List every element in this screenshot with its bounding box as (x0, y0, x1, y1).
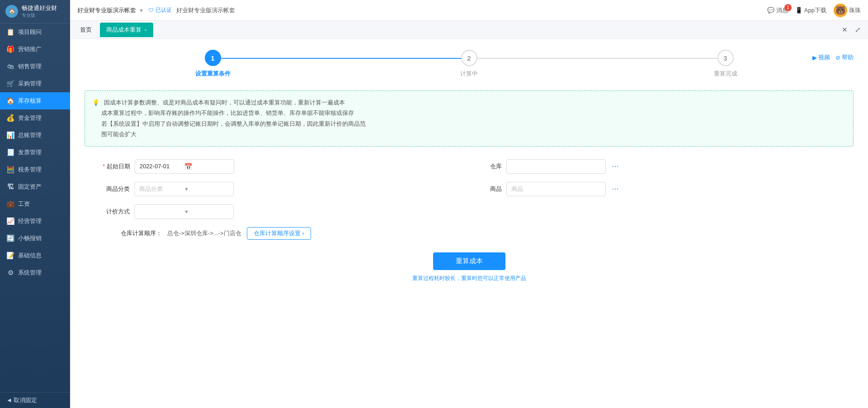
sidebar-item-ledger[interactable]: 📊 总账管理 (0, 127, 70, 144)
sidebar-item-label: 总账管理 (18, 131, 42, 139)
info-line4: 围可能会扩大 (101, 131, 137, 138)
category-arrow-icon: ▼ (184, 186, 229, 192)
phone-icon: 📱 (795, 7, 802, 14)
sidebar-item-inventory[interactable]: 🏠 库存核算 (0, 92, 70, 109)
sidebar-item-label: 发票管理 (18, 148, 42, 157)
sidebar-item-label: 基础信息 (18, 251, 42, 260)
tab-close-window-icon[interactable]: ✕ (840, 24, 849, 36)
sidebar-item-sales[interactable]: 🛍 销售管理 (0, 58, 70, 75)
step-1: 1 设置重算条件 (85, 50, 341, 78)
help-button[interactable]: ⊘ 帮助 (835, 53, 854, 62)
info-bulb-icon: 💡 (92, 99, 99, 106)
recalc-button[interactable]: 重算成本 (433, 252, 505, 270)
step-3-circle: 3 (717, 50, 734, 66)
video-icon: ▶ (812, 54, 817, 61)
step-2: 2 计算中 (341, 50, 597, 78)
shopping-icon: 🛍 (6, 62, 14, 70)
sidebar-item-system[interactable]: ⚙ 系统管理 (0, 264, 70, 281)
form-row-1: 起始日期 2022-07-01 📅 仓库 ··· (103, 159, 835, 174)
sidebar-item-finance[interactable]: 💰 资金管理 (0, 109, 70, 127)
sidebar-item-operations[interactable]: 📈 经营管理 (0, 213, 70, 230)
goods-field: 商品 商品 ··· (475, 182, 836, 196)
verified-text: 已认证 (156, 6, 172, 14)
pin-label: ◄ 取消固定 (6, 396, 37, 404)
sidebar-item-label: 系统管理 (18, 269, 42, 277)
account-selector[interactable]: 好业财专业版演示帐套 ▼ (77, 6, 144, 14)
category-field: 商品分类 商品分类 ▼ (103, 182, 464, 196)
sidebar-item-label: 经营管理 (18, 217, 42, 225)
calendar-icon[interactable]: 📅 (184, 163, 229, 170)
logo-icon: 🏠 (5, 5, 18, 18)
sidebar-item-expense[interactable]: 🔄 小畅报销 (0, 230, 70, 247)
sidebar-item-label: 税务管理 (18, 166, 42, 174)
tab-expand-icon[interactable]: ⤢ (853, 24, 863, 36)
warehouse-input[interactable] (506, 159, 606, 174)
notification-badge: 1 (784, 4, 792, 11)
price-method-select[interactable]: ▼ (134, 204, 234, 219)
message-button[interactable]: 💬 消息 1 (767, 6, 788, 14)
sidebar-item-tax[interactable]: 🧮 税务管理 (0, 161, 70, 178)
goods-more-btn[interactable]: ··· (610, 184, 621, 194)
sidebar-item-salary[interactable]: 💼 工资 (0, 195, 70, 213)
tab-cost-recalc-label: 商品成本重算 (106, 26, 142, 34)
gear-icon: ⚙ (6, 269, 14, 277)
building-icon: 🏗 (6, 183, 14, 190)
sidebar-item-marketing[interactable]: 🎁 营销推广 (0, 41, 70, 58)
account-display-name: 好业财专业版演示帐套 (176, 6, 235, 14)
user-avatar-button[interactable]: 🐻 珠珠 (834, 4, 861, 17)
start-date-field: 起始日期 2022-07-01 📅 (103, 159, 464, 174)
step-1-circle: 1 (205, 50, 221, 66)
sidebar-item-basic[interactable]: 📝 基础信息 (0, 247, 70, 264)
sidebar-item-label: 采购管理 (18, 80, 42, 88)
sidebar-item-invoice[interactable]: 🧾 发票管理 (0, 144, 70, 161)
sidebar-nav: 📋 项目顾问 🎁 营销推广 🛍 销售管理 🛒 采购管理 🏠 库存核算 💰 资金管… (0, 24, 70, 392)
cart-icon: 🛒 (6, 80, 14, 88)
start-date-label: 起始日期 (103, 162, 130, 171)
tab-home[interactable]: 首页 (74, 23, 98, 37)
tab-close-icon[interactable]: × (144, 27, 147, 33)
topbar: 好业财专业版演示帐套 ▼ 🛡 已认证 好业财专业版演示帐套 💬 消息 1 📱 A… (70, 0, 868, 21)
tab-cost-recalc[interactable]: 商品成本重算 × (100, 23, 153, 37)
price-method-field: 计价方式 ▼ (103, 204, 464, 219)
calc-icon: 🧮 (6, 166, 14, 174)
info-line2: 成本重算过程中，影响库存账的操作均不能操作，比如进货单、销货单、库存单据不能审核… (101, 109, 354, 116)
step-2-circle: 2 (461, 50, 477, 66)
goods-input[interactable]: 商品 (506, 182, 606, 196)
video-button[interactable]: ▶ 视频 (812, 53, 830, 62)
calc-order-label: 仓库计算顺序： (121, 229, 162, 237)
warehouse-more-btn[interactable]: ··· (610, 161, 621, 171)
logo-subtitle: 专业版 (22, 12, 57, 19)
trend-icon: 📈 (6, 217, 14, 225)
category-placeholder: 商品分类 (139, 185, 184, 193)
category-select[interactable]: 商品分类 ▼ (134, 182, 234, 196)
content-area: 1 设置重算条件 2 计算中 3 重算完成 (70, 39, 868, 408)
goods-label: 商品 (475, 185, 502, 193)
sidebar-item-purchase[interactable]: 🛒 采购管理 (0, 75, 70, 92)
recalc-hint: 重算过程耗时较长，重算时您可以正常使用产品 (412, 275, 526, 282)
tabbar: 首页 商品成本重算 × ✕ ⤢ (70, 21, 868, 39)
home-icon: 🏠 (6, 97, 14, 105)
logo-title: 畅捷通好业财 (22, 5, 57, 12)
app-download-button[interactable]: 📱 App下载 (795, 6, 826, 14)
info-line1: 因成本计算参数调整、或是对商品成本有疑问时，可以通过成本重算功能，重新计算一遍成… (104, 99, 345, 106)
verified-badge: 🛡 已认证 (148, 6, 172, 14)
sidebar-item-project[interactable]: 📋 项目顾问 (0, 24, 70, 41)
logo-text-block: 畅捷通好业财 专业版 (22, 5, 57, 19)
calc-order-settings-button[interactable]: 仓库计算顺序设置 › (247, 227, 311, 240)
sidebar-pin-toggle[interactable]: ◄ 取消固定 (0, 392, 70, 408)
tab-home-label: 首页 (80, 26, 92, 34)
help-icon: ⊘ (835, 54, 840, 61)
sidebar-item-label: 销售管理 (18, 62, 42, 71)
steps-container: 1 设置重算条件 2 计算中 3 重算完成 (85, 50, 854, 78)
info-line3: 若【系统设置】中启用了自动调整记账日期时，会调整入库单的整单记账日期，因此重新计… (101, 120, 366, 127)
step-3-number: 3 (723, 54, 727, 62)
start-date-input[interactable]: 2022-07-01 📅 (135, 159, 234, 174)
topbar-actions: 💬 消息 1 📱 App下载 🐻 珠珠 (767, 4, 861, 17)
sidebar-item-label: 小畅报销 (18, 234, 42, 242)
receipt-icon: 🧾 (6, 148, 14, 157)
gift-icon: 🎁 (6, 45, 14, 53)
sidebar-item-assets[interactable]: 🏗 固定资产 (0, 178, 70, 195)
calc-order-value: 总仓->深圳仓库->...->门店仓 (167, 229, 241, 237)
video-label: 视频 (818, 53, 830, 62)
account-name: 好业财专业版演示帐套 (77, 6, 136, 14)
